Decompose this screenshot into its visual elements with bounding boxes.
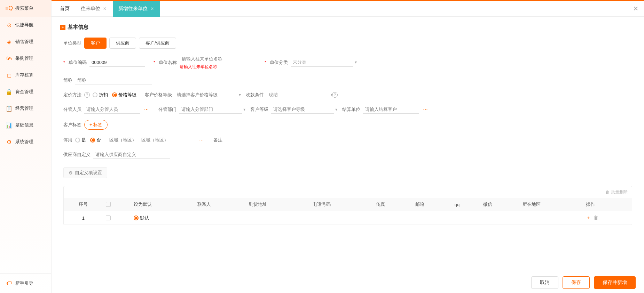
customer-price-select[interactable]: ▾ [175,91,237,99]
sidebar-item-operations[interactable]: 📋 经营管理 [0,100,51,117]
custom-settings-button[interactable]: ⚙ 自定义项设置 [63,167,107,178]
unit-type-buttons: 客户 供应商 客户/供应商 [84,38,176,49]
sales-icon: ◈ [6,38,13,45]
close-all-button[interactable]: ✕ [630,5,641,13]
disabled-yes-radio[interactable] [75,138,80,143]
manager-dots[interactable]: ··· [143,106,150,113]
row-default-radio-circle[interactable] [134,215,139,220]
sidebar-item-purchase[interactable]: 🛍 采购管理 [0,50,51,67]
row-address [246,211,310,225]
dept-group: 分管部门 ▾ [158,105,242,114]
disabled-no-radio[interactable] [90,138,95,143]
section-icon: F [60,25,65,30]
settlement-group: 结算单位 ··· [342,105,429,114]
select-all-checkbox[interactable] [106,202,111,207]
pricing-discount[interactable]: 折扣 [93,92,108,98]
row-seq: 1 [64,211,103,225]
tab-partners-close[interactable]: ✕ [102,6,107,12]
col-seq: 序号 [64,198,103,211]
sidebar-item-finance[interactable]: 🔒 资金管理 [0,83,51,100]
manager-input[interactable] [84,105,140,114]
contacts-table: 序号 设为默认 联系人 到货地址 电话号码 传真 邮箱 qq 微信 所在地区 操… [64,198,632,225]
search-menu-icon: ≡Q [6,5,13,12]
customer-level-input[interactable] [271,105,334,113]
customer-level-label: 客户等级 [250,106,268,113]
save-new-button[interactable]: 保存并新增 [594,276,636,289]
manager-group: 分管人员 ··· [63,105,150,114]
tab-partners-label: 往来单位 [81,6,100,12]
customer-price-input[interactable] [175,91,237,99]
region-input[interactable] [139,136,195,144]
pricing-group: 定价方法 ? 折扣 价格等级 [63,92,136,98]
unit-name-group: * 单位名称 请输入往来单位名称 [154,55,256,70]
abbr-input[interactable] [75,76,152,84]
cancel-button[interactable]: 取消 [531,276,558,289]
sidebar-item-inventory[interactable]: ◻ 库存核算 [0,67,51,83]
tab-new-partner[interactable]: 新增往来单位 ✕ [113,1,160,17]
bottom-bar: 取消 保存 保存并新增 [52,272,644,293]
sidebar-item-basic-info[interactable]: 📊 基础信息 [0,117,51,133]
dept-select[interactable]: ▾ [179,105,242,114]
region-dots[interactable]: ··· [198,137,205,143]
btn-customer[interactable]: 客户 [84,38,107,49]
pricing-help-icon[interactable]: ? [84,92,90,98]
row-wechat [480,211,520,225]
batch-delete-button[interactable]: 🗑 批量删除 [605,189,628,195]
tab-partners[interactable]: 往来单位 ✕ [75,1,113,17]
settlement-dots[interactable]: ··· [422,106,429,113]
row-default-radio[interactable]: 默认 [134,215,192,221]
col-email: 邮箱 [413,198,452,211]
row-add-icon[interactable]: ＋ [586,215,591,221]
unit-name-required: * [154,60,155,65]
unit-name-input[interactable] [180,55,256,63]
settlement-input[interactable] [363,105,419,114]
unit-type-group: 单位类型 客户 供应商 客户/供应商 [63,38,176,49]
dept-label: 分管部门 [158,106,176,113]
tab-home-label: 首页 [60,6,70,12]
payment-terms-select[interactable]: ▾ [267,91,329,99]
unit-name-wrapper: 请输入往来单位名称 [180,55,256,70]
row-checkbox[interactable] [106,215,111,220]
tab-bar: 首页 往来单位 ✕ 新增往来单位 ✕ ✕ [52,1,644,17]
unit-code-input[interactable] [89,58,145,67]
sidebar-item-guide-label: 新手引导 [15,280,33,286]
supplier-custom-input[interactable] [93,150,170,159]
sidebar-item-sales[interactable]: ◈ 销售管理 [0,33,51,50]
payment-terms-input[interactable] [267,91,329,99]
customer-level-select[interactable]: ▾ [271,105,334,114]
row-delete-icon[interactable]: 🗑 [594,215,598,221]
row-default-dot [135,217,138,219]
form-section: 单位类型 客户 供应商 客户/供应商 * 单位编码 * 单位名称 [60,38,636,225]
abbr-row: 简称 [63,76,632,84]
unit-name-error: 请输入往来单位名称 [180,64,256,70]
tab-new-partner-close[interactable]: ✕ [150,6,155,12]
pricing-level[interactable]: 价格等级 [112,92,136,98]
sidebar-item-system[interactable]: ⚙ 系统管理 [0,133,51,150]
dept-input[interactable] [179,105,242,113]
section-title-text: 基本信息 [68,24,88,31]
tab-home[interactable]: 首页 [54,1,75,17]
disabled-no[interactable]: 否 [90,137,101,143]
sidebar-item-search[interactable]: ≡Q 搜索菜单 [0,0,51,17]
customer-price-arrow: ▾ [237,92,242,97]
main-area: 首页 往来单位 ✕ 新增往来单位 ✕ ✕ F 基本信息 单位类型 客户 供应商 [52,0,644,293]
disabled-group: 停用 是 否 [63,137,101,143]
remarks-input[interactable] [225,136,302,144]
sidebar-item-quick-nav[interactable]: ⊙ 快捷导航 [0,17,51,33]
sidebar-item-guide[interactable]: 🏷 新手引导 [0,276,51,290]
tag-add-button[interactable]: + 标签 [84,120,108,130]
payment-terms-help[interactable]: ? [332,92,338,98]
btn-supplier[interactable]: 供应商 [109,38,136,49]
disabled-yes[interactable]: 是 [75,137,86,143]
contacts-table-area: 🗑 批量删除 序号 设为默认 联系人 到货地址 电话号码 传真 [63,186,632,225]
guide-icon: 🏷 [6,280,13,287]
pricing-discount-radio[interactable] [93,92,97,97]
unit-category-select[interactable]: ▾ [291,58,353,67]
pricing-level-radio[interactable] [112,92,117,97]
unit-category-input[interactable] [291,58,353,66]
finance-icon: 🔒 [6,88,13,95]
row-email [413,211,452,225]
btn-both[interactable]: 客户/供应商 [139,38,176,49]
save-button[interactable]: 保存 [563,276,590,289]
manager-row: 分管人员 ··· 分管部门 ▾ 客户等级 ▾ [63,105,632,114]
